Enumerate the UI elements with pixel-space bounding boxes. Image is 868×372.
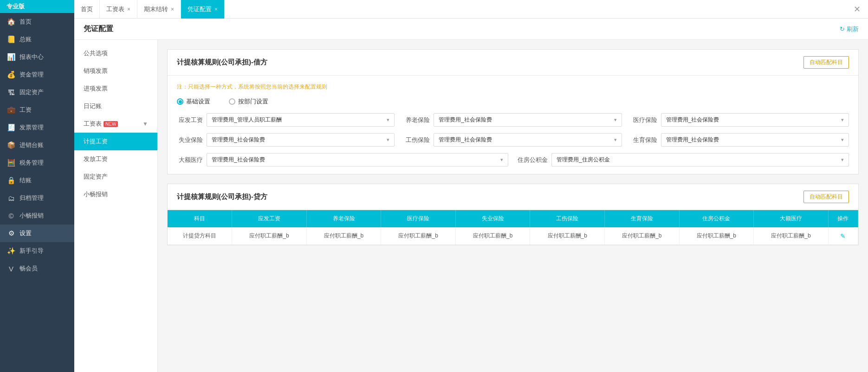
new-badge-salary-table: NEW — [104, 121, 118, 127]
sidebar-item-member[interactable]: V 畅会员 — [0, 260, 74, 277]
sidebar-label-inventory: 进销台账 — [19, 141, 44, 149]
sidebar-label-xiaochang: 小畅报销 — [19, 212, 44, 220]
sidebar-item-invoice[interactable]: 🧾 发票管理 — [0, 119, 74, 136]
credit-col-6: 生育保险 — [605, 210, 680, 227]
sidebar-item-ledger[interactable]: 📒 总账 — [0, 31, 74, 48]
radio-basic-label: 基础设置 — [186, 97, 210, 106]
debit-field-1-2: 生育保险 管理费用_社会保险费 ▾ — [631, 133, 849, 147]
right-panel: 计提核算规则(公司承担)-借方 自动匹配科目 注：只能选择一种方式，系统将按照您… — [158, 40, 868, 372]
credit-cell-0-5: 应付职工薪酬_b — [530, 227, 605, 245]
field-value-0-0: 管理费用_管理人员职工薪酬 — [212, 116, 282, 124]
left-nav-debit-invoice[interactable]: 进项发票 — [74, 80, 157, 97]
refresh-label: 刷新 — [847, 25, 859, 33]
debit-field-0-1: 养老保险 管理费用_社会保险费 ▾ — [404, 113, 622, 127]
left-nav-label-calc-salary: 计提工资 — [84, 137, 108, 146]
field-select-0-1[interactable]: 管理费用_社会保险费 ▾ — [434, 113, 622, 127]
sidebar-label-reports: 报表中心 — [19, 53, 44, 61]
left-nav-fixed-assets[interactable]: 固定资产 — [74, 168, 157, 186]
tab-salary-tab[interactable]: 工资表× — [100, 0, 137, 19]
field-select-2-0[interactable]: 管理费用_社会保险费 ▾ — [207, 153, 508, 167]
left-nav-label-xiaochang-expense: 小畅报销 — [84, 190, 108, 199]
credit-col-9: 操作 — [828, 210, 858, 227]
debit-section-title: 计提核算规则(公司承担)-借方 — [177, 58, 267, 67]
tab-label-home-tab: 首页 — [81, 5, 93, 13]
sidebar-icon-archive: 🗂 — [6, 194, 16, 202]
app-header: 专业版 — [0, 0, 74, 13]
sidebar-icon-guide: ✨ — [6, 247, 16, 255]
left-nav-calc-salary[interactable]: 计提工资 — [74, 133, 157, 150]
credit-section-header: 计提核算规则(公司承担)-贷方 自动匹配科目 — [168, 184, 858, 210]
field-select-1-1[interactable]: 管理费用_社会保险费 ▾ — [434, 133, 622, 147]
sidebar-item-assets[interactable]: 🏗 固定资产 — [0, 83, 74, 101]
sidebar-icon-salary: 💼 — [6, 106, 16, 114]
sidebar-label-close: 结账 — [19, 176, 32, 185]
select-arrow-1-0: ▾ — [387, 137, 389, 143]
radio-dept-circle — [229, 98, 235, 105]
credit-cell-0-7: 应付职工薪酬_b — [679, 227, 754, 245]
sidebar-item-inventory[interactable]: 📦 进销台账 — [0, 136, 74, 154]
debit-section-header: 计提核算规则(公司承担)-借方 自动匹配科目 — [168, 50, 858, 76]
credit-action-0[interactable]: ✎ — [828, 227, 858, 245]
field-select-1-0[interactable]: 管理费用_社会保险费 ▾ — [207, 133, 395, 147]
left-nav-salary-table[interactable]: 工资表NEW▼ — [74, 115, 157, 133]
tab-close-salary-tab[interactable]: × — [127, 6, 130, 13]
debit-form-rows: 应发工资 管理费用_管理人员职工薪酬 ▾ 养老保险 管理费用_社会保险费 ▾ 医… — [177, 113, 849, 167]
sidebar-icon-home: 🏠 — [6, 18, 16, 26]
credit-auto-match-button[interactable]: 自动匹配科目 — [803, 191, 849, 203]
main-area: 首页工资表×期末结转×凭证配置× ✕ 凭证配置 ↻ 刷新 公共选项销项发票进项发… — [74, 0, 868, 372]
left-nav-pay-salary[interactable]: 发放工资 — [74, 150, 157, 168]
field-select-0-2[interactable]: 管理费用_社会保险费 ▾ — [661, 113, 849, 127]
refresh-button[interactable]: ↻ 刷新 — [840, 25, 859, 33]
select-arrow-1-1: ▾ — [614, 137, 617, 143]
window-close-button[interactable]: ✕ — [846, 4, 868, 14]
left-nav-public[interactable]: 公共选项 — [74, 45, 157, 62]
field-value-2-0: 管理费用_社会保险费 — [212, 156, 265, 164]
left-nav-label-salary-table: 工资表NEW — [84, 120, 118, 128]
left-nav-credit-invoice[interactable]: 销项发票 — [74, 62, 157, 80]
sidebar-icon-funds: 💰 — [6, 71, 16, 79]
debit-auto-match-button[interactable]: 自动匹配科目 — [803, 56, 849, 69]
radio-dept[interactable]: 按部门设置 — [229, 97, 268, 106]
sidebar-item-archive[interactable]: 🗂 归档管理 — [0, 189, 74, 207]
sidebar-item-salary[interactable]: 💼 工资 — [0, 101, 74, 119]
sidebar-label-funds: 资金管理 — [19, 71, 44, 79]
field-select-0-0[interactable]: 管理费用_管理人员职工薪酬 ▾ — [207, 113, 395, 127]
field-value-0-2: 管理费用_社会保险费 — [666, 116, 719, 124]
sidebar-item-tax[interactable]: 🧮 税务管理 — [0, 154, 74, 172]
select-arrow-2-1: ▾ — [841, 157, 844, 163]
field-select-1-2[interactable]: 管理费用_社会保险费 ▾ — [661, 133, 849, 147]
credit-col-2: 养老保险 — [306, 210, 381, 227]
tab-home-tab[interactable]: 首页 — [74, 0, 100, 19]
radio-basic[interactable]: 基础设置 — [177, 97, 210, 106]
sidebar-item-xiaochang[interactable]: © 小畅报销 — [0, 207, 74, 224]
sidebar-item-reports[interactable]: 📊 报表中心 — [0, 48, 74, 66]
sidebar-label-settings: 设置 — [19, 229, 32, 237]
credit-col-5: 工伤保险 — [530, 210, 605, 227]
tab-period-tab[interactable]: 期末结转× — [137, 0, 181, 19]
select-arrow-0-1: ▾ — [614, 117, 617, 123]
field-label-1-0: 失业保险 — [177, 136, 203, 144]
tab-voucher-tab[interactable]: 凭证配置× — [181, 0, 225, 19]
credit-col-7: 住房公积金 — [679, 210, 754, 227]
credit-table-head: 科目应发工资养老保险医疗保险失业保险工伤保险生育保险住房公积金大额医疗操作 — [168, 210, 858, 227]
select-arrow-1-2: ▾ — [841, 137, 844, 143]
tab-label-voucher-tab: 凭证配置 — [188, 5, 212, 13]
sidebar-item-guide[interactable]: ✨ 新手引导 — [0, 242, 74, 260]
left-nav-xiaochang-expense[interactable]: 小畅报销 — [74, 186, 157, 203]
left-nav-journal[interactable]: 日记账 — [74, 97, 157, 115]
debit-form-row-2: 大额医疗 管理费用_社会保险费 ▾ 住房公积金 管理费用_住房公积金 ▾ — [177, 153, 849, 167]
sidebar-label-guide: 新手引导 — [19, 247, 44, 255]
credit-cell-0-1: 应付职工薪酬_b — [232, 227, 307, 245]
tab-close-period-tab[interactable]: × — [171, 6, 174, 13]
sidebar-label-archive: 归档管理 — [19, 194, 44, 202]
debit-field-2-0: 大额医疗 管理费用_社会保险费 ▾ — [177, 153, 508, 167]
sidebar-item-funds[interactable]: 💰 资金管理 — [0, 66, 74, 83]
sidebar-item-settings[interactable]: ⚙ 设置 — [0, 224, 74, 242]
sidebar-item-close[interactable]: 🔒 结账 — [0, 172, 74, 189]
edit-icon-0[interactable]: ✎ — [840, 232, 846, 240]
field-label-2-1: 住房公积金 — [518, 156, 548, 164]
field-label-0-1: 养老保险 — [404, 116, 430, 124]
tab-close-voucher-tab[interactable]: × — [214, 6, 218, 13]
sidebar-item-home[interactable]: 🏠 首页 — [0, 13, 74, 31]
field-select-2-1[interactable]: 管理费用_住房公积金 ▾ — [551, 153, 849, 167]
